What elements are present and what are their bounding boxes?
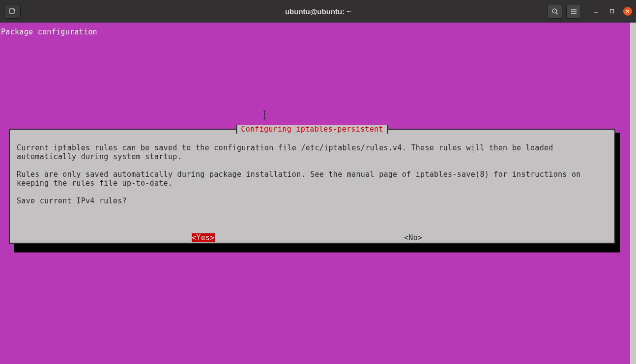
close-button[interactable] (623, 7, 632, 16)
new-tab-icon (8, 7, 16, 15)
maximize-button[interactable] (607, 7, 616, 16)
close-icon (625, 9, 630, 14)
minimize-button[interactable] (592, 7, 601, 16)
window-title: ubuntu@ubuntu: ~ (285, 7, 351, 16)
dialog-question: Save current IPv4 rules? (17, 196, 607, 205)
svg-rect-9 (610, 10, 614, 13)
dialog-body: Current iptables rules can be saved to t… (10, 130, 614, 205)
package-config-header: Package configuration (0, 26, 98, 38)
new-tab-button[interactable] (4, 4, 21, 19)
menu-button[interactable] (566, 4, 581, 19)
svg-point-3 (552, 9, 556, 13)
minimize-icon (594, 9, 599, 14)
dialog-paragraph-2: Rules are only saved automatically durin… (17, 170, 607, 188)
yes-button[interactable]: <Yes> (192, 233, 215, 242)
dialog-paragraph-1: Current iptables rules can be saved to t… (17, 143, 607, 161)
terminal-area[interactable]: Package configuration Configuring iptabl… (0, 23, 636, 364)
window-titlebar: ubuntu@ubuntu: ~ (0, 0, 636, 23)
toolbar-right (548, 4, 632, 19)
config-dialog: Configuring iptables-persistent Current … (9, 129, 615, 244)
text-cursor (262, 111, 267, 119)
dialog-title: Configuring iptables-persistent (236, 125, 388, 134)
no-button[interactable]: <No> (404, 233, 422, 242)
terminal-scrollbar[interactable] (630, 23, 636, 364)
search-icon (551, 8, 559, 15)
maximize-icon (609, 9, 614, 14)
search-button[interactable] (548, 4, 562, 19)
hamburger-icon (570, 8, 578, 15)
window-controls (592, 7, 632, 16)
svg-line-4 (556, 13, 558, 14)
